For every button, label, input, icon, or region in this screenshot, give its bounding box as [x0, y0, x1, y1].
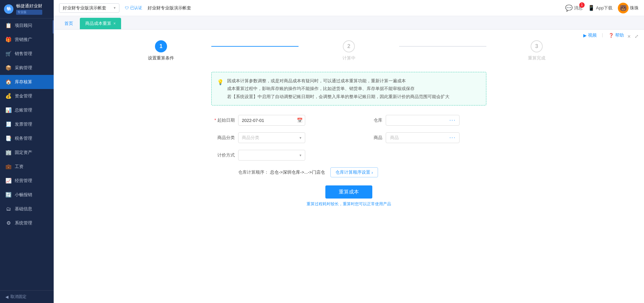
help-icon: ❓ [608, 33, 614, 38]
notice-line-1: 因成本计算参数调整，或是对商品成本有疑问时，可以通过成本重算功能，重新计算一遍成… [227, 77, 449, 85]
notice-icon: 💡 [217, 78, 224, 100]
project-icon: 📋 [5, 23, 11, 29]
tab-close-icon[interactable]: × [113, 21, 116, 26]
page-content: × ⤢ ▶ 视频 | ❓ 帮助 1 设置重算条件 [54, 30, 644, 303]
basic-icon: 🗂 [5, 206, 11, 212]
notice-line-3: 若【系统设置】中启用了自动调整记账日期时，会调整入库单的整单记账日期，因此重新计… [227, 93, 449, 100]
step-2-number: 2 [347, 43, 351, 49]
category-select[interactable]: 商品分类 ▾ [238, 132, 305, 143]
shield-icon: 🛡 [125, 6, 129, 10]
sidebar-item-label: 营销推广 [15, 37, 32, 43]
sidebar-item-business[interactable]: 📈 经营管理 [0, 174, 54, 188]
warehouse-order-prefix: 仓库计算顺序： [238, 169, 269, 175]
category-chevron-icon: ▾ [300, 136, 302, 140]
required-star: * [214, 118, 217, 123]
goods-placeholder: 商品 [389, 135, 399, 141]
recalculate-hint: 重算过程耗时较长，重算时您可以正常使用产品 [211, 201, 486, 207]
sidebar-item-label: 资金管理 [15, 93, 32, 99]
verified-text: 已认证 [130, 5, 142, 11]
step-1-number: 1 [160, 43, 163, 49]
user-profile[interactable]: 🐻 珠珠 [618, 3, 639, 13]
close-window-icon[interactable]: × [628, 34, 631, 40]
category-label: 商品分类 [211, 135, 235, 141]
account-selector[interactable]: 好业财专业版演示帐套 ▾ [59, 3, 119, 13]
step-3: 3 重算完成 [486, 40, 587, 61]
logo-text-group: 畅捷通好业财 专业版 [16, 3, 42, 15]
step-1-label: 设置重算条件 [148, 55, 174, 61]
sidebar-item-label: 工资 [15, 164, 23, 170]
sidebar-item-purchase[interactable]: 📦 采购管理 [0, 61, 54, 75]
step-3-number: 3 [535, 43, 538, 49]
warehouse-order-btn-label: 仓库计算顺序设置 [335, 169, 370, 175]
sidebar-item-label: 总账管理 [15, 107, 32, 113]
sidebar-item-project[interactable]: 📋 项目顾问 [0, 18, 54, 33]
invoice-icon: 🧾 [5, 121, 11, 127]
sidebar-item-salary[interactable]: 💼 工资 [0, 160, 54, 174]
step-2: 2 计算中 [299, 40, 399, 61]
sidebar-item-finance[interactable]: 💰 资金管理 [0, 89, 54, 103]
sidebar-item-system[interactable]: ⚙ 系统管理 [0, 216, 54, 230]
step-1-circle: 1 [155, 40, 167, 52]
logo-text: 畅捷通好业财 [16, 3, 42, 9]
home-tab-label: 首页 [64, 20, 73, 27]
notification-badge: 1 [579, 2, 585, 8]
start-date-input[interactable] [238, 115, 305, 126]
app-download-action[interactable]: 📱 App下载 [588, 5, 612, 11]
calendar-icon[interactable]: 📅 [297, 118, 303, 123]
unpin-label: 取消固定 [10, 294, 26, 300]
sidebar-item-tax[interactable]: 📑 税务管理 [0, 131, 54, 145]
arrow-right-icon: › [372, 170, 373, 175]
form-row-warehouse-order: 仓库计算顺序： 总仓->深圳仓库->...->门店仓 仓库计算顺序设置 › [211, 167, 486, 177]
sidebar-item-accounting[interactable]: 📊 总账管理 [0, 103, 54, 117]
header-right: 💬 消息 1 📱 App下载 🐻 珠珠 [565, 3, 639, 13]
help-video-link[interactable]: ▶ 视频 [583, 32, 597, 38]
message-action[interactable]: 💬 消息 1 [565, 4, 583, 12]
business-icon: 📈 [5, 178, 11, 184]
account-selector-text: 好业财专业版演示帐套 [63, 5, 106, 11]
salary-icon: 💼 [5, 164, 11, 170]
warehouse-order-settings-button[interactable]: 仓库计算顺序设置 › [330, 167, 378, 177]
warehouse-select[interactable]: ··· [386, 115, 460, 126]
help-links: ▶ 视频 | ❓ 帮助 [583, 32, 624, 38]
company-name: 好业财专业版演示帐套 [148, 5, 191, 11]
warehouse-label: 仓库 [359, 117, 382, 123]
sidebar-item-inventory[interactable]: 🏠 库存核算 [0, 75, 54, 89]
sidebar-item-assets[interactable]: 🏢 固定资产 [0, 145, 54, 160]
sidebar-item-basic[interactable]: 🗂 基础信息 [0, 202, 54, 216]
play-icon: ▶ [583, 33, 587, 38]
tab-home[interactable]: 首页 [59, 18, 78, 29]
step-indicator: 1 设置重算条件 2 计算中 3 重算完成 [67, 40, 631, 61]
assets-icon: 🏢 [5, 149, 11, 156]
goods-label: 商品 [359, 135, 382, 141]
pricing-select[interactable]: ▾ [238, 150, 305, 161]
sidebar-item-expense[interactable]: 🔄 小畅报销 [0, 188, 54, 202]
step-line-1 [211, 46, 299, 47]
goods-select[interactable]: 商品 ··· [386, 132, 460, 143]
form-row-pricing: 计价方式 ▾ [211, 150, 486, 161]
form-group-warehouse: 仓库 ··· [359, 115, 486, 126]
form-group-goods: 商品 商品 ··· [359, 132, 486, 143]
account-chevron-icon: ▾ [114, 6, 116, 10]
expand-window-icon[interactable]: ⤢ [635, 34, 639, 40]
sidebar: 畅 畅捷通好业财 专业版 📋 项目顾问 🎁 营销推广 🛒 销售管理 📦 采购管理… [0, 0, 54, 303]
warehouse-dots-icon: ··· [449, 117, 456, 123]
form-row-1: * 起始日期 📅 仓库 ··· [211, 115, 486, 126]
purchase-icon: 📦 [5, 65, 11, 71]
tab-cost-recalculate[interactable]: 商品成本重算 × [80, 18, 121, 29]
start-date-label: * 起始日期 [211, 117, 235, 123]
goods-dots-icon: ··· [449, 135, 456, 141]
category-placeholder: 商品分类 [242, 135, 259, 141]
sidebar-item-sales[interactable]: 🛒 销售管理 [0, 47, 54, 61]
recalculate-button[interactable]: 重算成本 [325, 185, 372, 199]
sidebar-item-marketing[interactable]: 🎁 营销推广 [0, 33, 54, 47]
step-line-2 [399, 46, 486, 47]
sidebar-item-invoice[interactable]: 🧾 发票管理 [0, 117, 54, 131]
notice-content: 因成本计算参数调整，或是对商品成本有疑问时，可以通过成本重算功能，重新计算一遍成… [227, 77, 449, 100]
sidebar-footer[interactable]: ◀ 取消固定 [0, 290, 54, 303]
help-doc-link[interactable]: ❓ 帮助 [608, 32, 624, 38]
inventory-icon: 🏠 [5, 79, 11, 85]
step-3-label: 重算完成 [528, 55, 545, 61]
sidebar-item-label: 固定资产 [15, 149, 32, 156]
sidebar-item-label: 税务管理 [15, 135, 32, 141]
system-icon: ⚙ [5, 220, 11, 226]
